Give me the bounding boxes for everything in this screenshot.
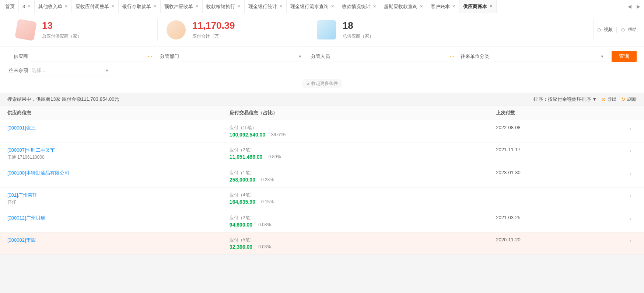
query-button[interactable]: 查询	[612, 51, 637, 62]
transaction-cell: 应付（5笔） 32,366.00 0.03%	[230, 237, 496, 250]
close-icon[interactable]: ✕	[420, 4, 423, 9]
lastpay-cell: 2023-01-30	[496, 170, 629, 175]
category-filter-label: 往来单位分类	[461, 53, 489, 60]
supplier-info-cell: [000007]恒旺二手叉车 王通 17106110000	[7, 147, 230, 161]
trans-count-label: 应付（2笔）	[230, 215, 496, 221]
row-more-icon[interactable]: ›	[629, 215, 637, 223]
trans-amount-link[interactable]: 11,051,486.00	[230, 154, 263, 160]
help-link[interactable]: 帮助	[628, 27, 637, 33]
dept-select[interactable]: ▼	[181, 51, 304, 62]
tab-other-income[interactable]: 其他收入单 ✕	[35, 0, 72, 13]
row-more-icon[interactable]: ›	[629, 170, 637, 177]
stat-total-suppliers: 18 总供应商（家）	[308, 19, 594, 41]
trans-amount-link[interactable]: 258,000.00	[230, 177, 255, 183]
close-icon[interactable]: ✕	[331, 4, 334, 9]
tab-3[interactable]: 3 ✕	[19, 0, 35, 13]
tab-cash-bank-flow[interactable]: 现金银行流水查询 ✕	[287, 0, 338, 13]
sort-select[interactable]: 排序：按应付余额倒序排序 ▼	[533, 96, 597, 103]
lastpay-date: 2022-08-08	[496, 125, 521, 130]
table-body: [000001]张三 应付（15笔） 100,092,540.00 89.61%…	[0, 120, 644, 255]
collapse-button[interactable]: ∧ 收起更多条件	[302, 79, 342, 88]
trans-count-label: 应付（2笔）	[230, 147, 496, 153]
close-icon[interactable]: ✕	[111, 4, 115, 9]
close-icon[interactable]: ✕	[373, 4, 376, 9]
close-icon[interactable]: ✕	[237, 4, 241, 9]
table-row: [001]广州荣轩 仔仔 应付（4笔） 164,635.90 0.15% ›	[0, 187, 644, 210]
tab-supplier-ledger[interactable]: 供应商账本 ✕	[459, 0, 497, 13]
trans-amount-link[interactable]: 32,366.00	[230, 244, 252, 250]
balance-select[interactable]: 选择... ▼	[30, 65, 111, 76]
filter-area: 供应商 ··· 分管部门 ▼ 分管人员 ··· 往来单位分类 ▼ 查询 往来	[0, 46, 644, 93]
dept-filter-label: 分管部门	[158, 53, 179, 60]
table-row: [000007]恒旺二手叉车 王通 17106110000 应付（2笔） 11,…	[0, 142, 644, 165]
stat-total-ap-amount: 11,170.39 应付合计（万）	[158, 19, 308, 41]
tab-customer-ledger[interactable]: 客户账本 ✕	[427, 0, 459, 13]
lastpay-date: 2023-01-30	[496, 170, 521, 175]
row-more-icon[interactable]: ›	[629, 192, 637, 200]
tab-cash-bank-stat[interactable]: 现金银行统计 ✕	[245, 0, 287, 13]
trans-percent: 0.23%	[261, 177, 274, 182]
stat-total-supplier-value: 18	[343, 20, 374, 31]
supplier-name-link[interactable]: [001]广州荣轩	[7, 192, 37, 198]
nav-prev-button[interactable]: ◀	[625, 0, 634, 13]
close-icon[interactable]: ✕	[195, 4, 199, 9]
person-input[interactable]	[332, 51, 448, 62]
result-summary: 搜索结果中，供应商13家 应付金额111,703,854.00元	[7, 96, 119, 103]
collapse-up-icon: ∧	[307, 81, 310, 86]
tab-prepay-offset[interactable]: 预收冲应收单 ✕	[161, 0, 203, 13]
video-icon: ⊙	[597, 27, 601, 32]
close-icon[interactable]: ✕	[153, 4, 157, 9]
close-icon[interactable]: ✕	[452, 4, 455, 9]
export-icon: ⊙	[601, 96, 606, 102]
dept-select-arrow: ▼	[298, 54, 302, 59]
supplier-name-link[interactable]: [000100]本特勤油品有限公司	[7, 170, 69, 176]
help-icon: ⊙	[621, 27, 625, 32]
row-more-icon[interactable]: ›	[629, 237, 637, 245]
supplier-more-icon[interactable]: ···	[148, 53, 153, 60]
top-navigation: 首页 3 ✕ 其他收入单 ✕ 应收应付调整单 ✕ 银行存取款单 ✕ 预收冲应收单…	[0, 0, 644, 13]
close-icon[interactable]: ✕	[279, 4, 283, 9]
category-select-arrow: ▼	[600, 54, 604, 59]
trans-percent: 9.89%	[268, 154, 281, 159]
person-more-icon[interactable]: ···	[450, 53, 455, 60]
lastpay-date: 2021-03-25	[496, 215, 521, 220]
supplier-table: 供应商信息 应付交易信息（占比） 上次付数 [000001]张三 应付（15笔）…	[0, 106, 644, 255]
trans-amount-link[interactable]: 94,600.00	[230, 222, 252, 228]
lastpay-date: 2021-11-17	[496, 147, 521, 152]
row-more-icon[interactable]: ›	[629, 147, 637, 155]
refresh-button[interactable]: ↻ 刷新	[621, 96, 637, 103]
supplier-name-link[interactable]: [000002]李四	[7, 237, 36, 243]
video-link[interactable]: 视频	[604, 27, 613, 33]
nav-next-button[interactable]: ▶	[634, 0, 643, 13]
close-icon[interactable]: ✕	[489, 4, 493, 9]
close-icon[interactable]: ✕	[27, 4, 31, 9]
person-filter-label: 分管人员	[309, 53, 330, 60]
tab-overdue-ar[interactable]: 超期应收款查询 ✕	[380, 0, 427, 13]
tab-bank-deposit[interactable]: 银行存取款单 ✕	[119, 0, 161, 13]
result-bar: 搜索结果中，供应商13家 应付金额111,703,854.00元 排序：按应付余…	[0, 93, 644, 106]
export-button[interactable]: ⊙ 导出	[601, 96, 617, 103]
category-select[interactable]: ▼	[491, 51, 606, 62]
table-row: [000012]广州贝瑞 应付（2笔） 94,600.00 0.08% 2021…	[0, 210, 644, 232]
supplier-name-link[interactable]: [000007]恒旺二手叉车	[7, 147, 55, 153]
tab-collection-verify[interactable]: 收款核销执行 ✕	[203, 0, 245, 13]
trans-amount-link[interactable]: 164,635.90	[230, 199, 255, 205]
refresh-icon: ↻	[621, 96, 626, 102]
trans-percent: 0.08%	[258, 222, 271, 227]
close-icon[interactable]: ✕	[64, 4, 68, 9]
sort-arrow-icon: ▼	[592, 96, 597, 102]
stat-total-supplier-label: 总供应商（家）	[343, 33, 374, 39]
supplier-name-link[interactable]: [000012]广州贝瑞	[7, 215, 45, 221]
row-more-icon[interactable]: ›	[629, 125, 637, 132]
filter-person: 分管人员 ···	[309, 51, 455, 62]
tab-home[interactable]: 首页	[1, 0, 19, 13]
tab-collection-stat[interactable]: 收款情况统计 ✕	[338, 0, 380, 13]
filter-row-1: 供应商 ··· 分管部门 ▼ 分管人员 ··· 往来单位分类 ▼ 查询	[7, 51, 637, 62]
tab-ar-ap-adjust[interactable]: 应收应付调整单 ✕	[72, 0, 119, 13]
supplier-input[interactable]	[30, 51, 146, 62]
lastpay-cell: 2022-08-08	[496, 125, 629, 130]
trans-percent: 0.15%	[261, 199, 274, 204]
stat-ap-supplier-label: 总应付供应商（家）	[42, 33, 82, 39]
supplier-name-link[interactable]: [000001]张三	[7, 125, 36, 131]
trans-amount-link[interactable]: 100,092,540.00	[230, 132, 265, 138]
